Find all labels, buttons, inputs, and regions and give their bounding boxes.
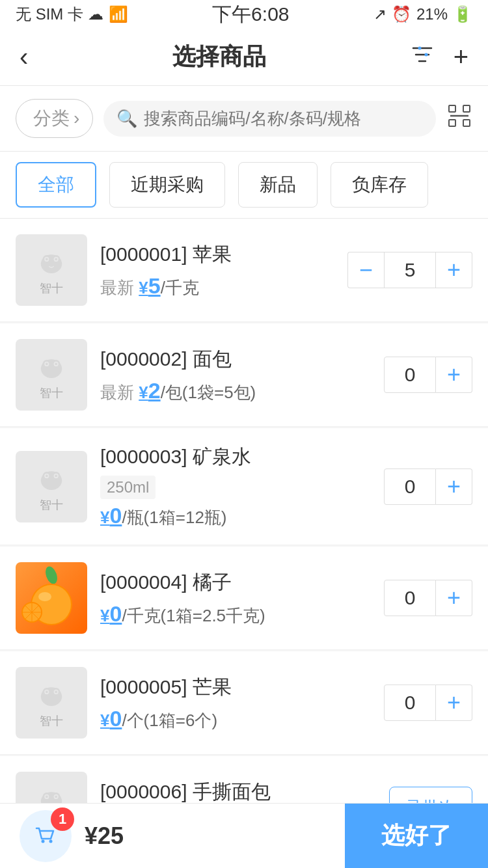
product-placeholder-icon: 智十 bbox=[25, 349, 77, 401]
qty-plus-button-0000005[interactable]: + bbox=[436, 685, 472, 721]
category-chevron: › bbox=[74, 108, 79, 129]
price-value: 5 bbox=[148, 273, 161, 298]
svg-point-19 bbox=[46, 363, 48, 366]
battery-icon: 🔋 bbox=[453, 5, 472, 23]
product-thumb-0000002: 智十 bbox=[16, 339, 87, 411]
bottom-bar: 1 ¥25 选好了 bbox=[0, 803, 488, 868]
svg-point-13 bbox=[55, 258, 57, 261]
price-currency: ¥ bbox=[100, 508, 109, 527]
qty-control-0000001: − + bbox=[347, 252, 472, 288]
product-name-0000002: [0000002] 面包 bbox=[100, 346, 371, 373]
status-right: ↗ ⏰ 21% 🔋 bbox=[373, 5, 472, 23]
svg-point-44 bbox=[55, 691, 57, 694]
back-button[interactable]: ‹ bbox=[20, 42, 28, 72]
price-value: 0 bbox=[109, 706, 122, 731]
qty-input-0000001[interactable] bbox=[384, 252, 436, 288]
qty-plus-button-0000003[interactable]: + bbox=[436, 468, 472, 505]
status-time: 下午6:08 bbox=[212, 1, 289, 28]
svg-point-20 bbox=[55, 363, 57, 366]
product-item-0000002: 智十 [0000002] 面包 最新 ¥2/包(1袋=5包) + bbox=[0, 323, 488, 427]
product-info-0000003: [0000003] 矿泉水 250ml ¥0/瓶(1箱=12瓶) bbox=[100, 444, 371, 529]
svg-point-26 bbox=[46, 474, 48, 477]
qty-minus-button-0000001[interactable]: − bbox=[347, 252, 384, 288]
product-name-0000003: [0000003] 矿泉水 bbox=[100, 444, 371, 470]
nav-bar: ‹ 选择商品 + bbox=[0, 29, 488, 86]
product-placeholder-icon: 智十 bbox=[25, 461, 77, 513]
svg-rect-4 bbox=[463, 105, 470, 112]
svg-point-27 bbox=[55, 474, 57, 477]
battery-level: 21% bbox=[416, 5, 448, 23]
tab-all-label: 全部 bbox=[38, 174, 74, 195]
search-wrapper: 🔍 bbox=[103, 101, 436, 137]
price-unit: /包(1袋=5包) bbox=[161, 383, 256, 402]
tab-all[interactable]: 全部 bbox=[16, 162, 96, 208]
qty-input-0000004[interactable] bbox=[384, 580, 436, 616]
tab-recent[interactable]: 近期采购 bbox=[109, 162, 225, 208]
scan-icon[interactable] bbox=[446, 103, 472, 135]
nav-actions: + bbox=[411, 42, 468, 72]
price-value: 2 bbox=[148, 378, 161, 403]
product-name-0000005: [0000005] 芒果 bbox=[100, 674, 371, 701]
product-info-0000005: [0000005] 芒果 ¥0/个(1箱=6个) bbox=[100, 674, 371, 732]
price-label: 最新 bbox=[100, 383, 134, 402]
filter-icon[interactable] bbox=[411, 43, 434, 72]
product-spec-0000003: 250ml bbox=[100, 476, 156, 499]
svg-point-12 bbox=[46, 258, 48, 261]
svg-rect-3 bbox=[449, 120, 455, 126]
product-name-0000001: [0000001] 苹果 bbox=[100, 241, 334, 268]
tab-new-label: 新品 bbox=[260, 174, 296, 195]
product-price-0000003: ¥0/瓶(1箱=12瓶) bbox=[100, 503, 371, 529]
qty-control-0000004: + bbox=[384, 580, 472, 616]
price-unit: /千克(1箱=2.5千克) bbox=[122, 606, 265, 625]
product-price-0000002: 最新 ¥2/包(1袋=5包) bbox=[100, 378, 371, 404]
search-input[interactable] bbox=[144, 109, 423, 129]
product-item-0000003: 智十 [0000003] 矿泉水 250ml ¥0/瓶(1箱=12瓶) + bbox=[0, 428, 488, 545]
svg-point-50 bbox=[46, 796, 48, 798]
qty-input-0000002[interactable] bbox=[384, 357, 436, 393]
tab-negative[interactable]: 负库存 bbox=[331, 162, 428, 208]
cart-total: ¥25 bbox=[85, 822, 124, 850]
product-placeholder-icon: 智十 bbox=[25, 677, 77, 729]
price-value: 0 bbox=[109, 503, 122, 528]
svg-point-31 bbox=[38, 592, 51, 601]
price-currency: ¥ bbox=[100, 606, 109, 625]
svg-point-1 bbox=[424, 53, 427, 56]
product-placeholder-icon: 智十 bbox=[25, 244, 77, 296]
cart-icon-button[interactable]: 1 bbox=[20, 810, 72, 862]
svg-rect-6 bbox=[463, 120, 470, 126]
price-label: 最新 bbox=[100, 278, 134, 297]
product-item-0000005: 智十 [0000005] 芒果 ¥0/个(1箱=6个) + bbox=[0, 651, 488, 755]
svg-point-52 bbox=[42, 839, 45, 843]
cart-area: 1 ¥25 bbox=[0, 810, 345, 862]
add-icon[interactable]: + bbox=[454, 42, 468, 72]
qty-control-0000003: + bbox=[384, 468, 472, 505]
qty-input-0000003[interactable] bbox=[384, 468, 436, 505]
tabs-bar: 全部 近期采购 新品 负库存 bbox=[0, 152, 488, 219]
product-list: 智十 [0000001] 苹果 最新 ¥5/千克 − + bbox=[0, 219, 488, 868]
product-thumb-0000005: 智十 bbox=[16, 667, 87, 739]
svg-point-28 bbox=[44, 565, 60, 586]
product-thumb-0000004 bbox=[16, 562, 87, 634]
qty-plus-button-0000001[interactable]: + bbox=[436, 252, 472, 288]
price-unit: /千克 bbox=[161, 278, 199, 297]
qty-plus-button-0000002[interactable]: + bbox=[436, 357, 472, 393]
product-info-0000001: [0000001] 苹果 最新 ¥5/千克 bbox=[100, 241, 334, 299]
confirm-button[interactable]: 选好了 bbox=[345, 804, 488, 869]
category-label: 分类 bbox=[33, 106, 70, 131]
cart-badge: 1 bbox=[51, 807, 74, 831]
qty-control-0000002: + bbox=[384, 357, 472, 393]
product-price-0000005: ¥0/个(1箱=6个) bbox=[100, 706, 371, 732]
price-currency: ¥ bbox=[139, 278, 148, 297]
qty-input-0000005[interactable] bbox=[384, 685, 436, 721]
price-unit: /个(1箱=6个) bbox=[122, 711, 217, 730]
product-name-0000004: [0000004] 橘子 bbox=[100, 569, 371, 596]
tab-new[interactable]: 新品 bbox=[238, 162, 318, 208]
tab-negative-label: 负库存 bbox=[352, 174, 407, 195]
sim-status: 无 SIM 卡 ☁ bbox=[16, 4, 103, 25]
product-info-0000002: [0000002] 面包 最新 ¥2/包(1袋=5包) bbox=[100, 346, 371, 404]
qty-plus-button-0000004[interactable]: + bbox=[436, 580, 472, 616]
alarm-icon: ⏰ bbox=[392, 5, 411, 23]
category-button[interactable]: 分类 › bbox=[16, 99, 93, 138]
svg-point-43 bbox=[46, 691, 48, 694]
page-title: 选择商品 bbox=[172, 41, 266, 73]
